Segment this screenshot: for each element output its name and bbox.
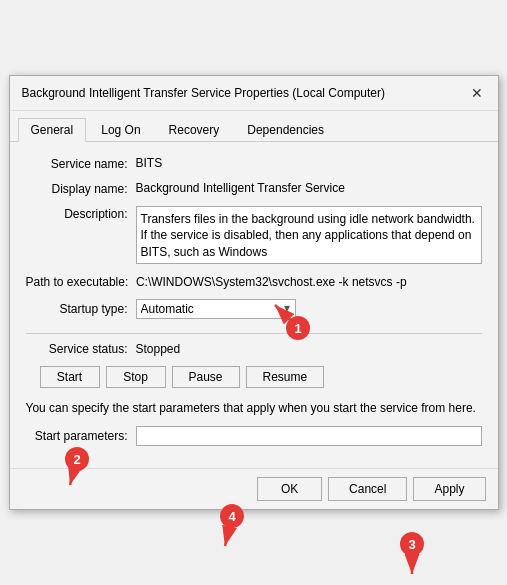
annotation-1-circle [286, 316, 310, 340]
annotation-4-arrow: 4 [220, 504, 275, 564]
tab-dependencies[interactable]: Dependencies [234, 118, 337, 142]
description-label: Description: [26, 206, 136, 221]
svg-line-10 [225, 516, 232, 546]
apply-button[interactable]: Apply [413, 477, 485, 501]
tab-recovery[interactable]: Recovery [156, 118, 233, 142]
stop-button[interactable]: Stop [106, 366, 166, 388]
path-row: Path to executable: C:\WINDOWS\System32\… [26, 274, 482, 289]
dialog-window: Background Intelligent Transfer Service … [9, 75, 499, 511]
service-name-row: Service name: BITS [26, 156, 482, 171]
cancel-button[interactable]: Cancel [328, 477, 407, 501]
start-button[interactable]: Start [40, 366, 100, 388]
annotation-3-circle [400, 532, 424, 556]
startup-label: Startup type: [26, 302, 136, 316]
tab-general[interactable]: General [18, 118, 87, 142]
footer: OK Cancel Apply [10, 468, 498, 509]
window-title: Background Intelligent Transfer Service … [22, 86, 386, 100]
svg-text:4: 4 [228, 509, 236, 524]
status-row: Service status: Stopped [26, 342, 482, 356]
tab-strip: General Log On Recovery Dependencies [10, 111, 498, 142]
path-value: C:\WINDOWS\System32\svchost.exe -k netsv… [136, 275, 407, 289]
description-value: Transfers files in the background using … [136, 206, 482, 264]
service-buttons-row: Start Stop Pause Resume [40, 366, 482, 388]
ok-button[interactable]: OK [257, 477, 322, 501]
display-name-value: Background Intelligent Transfer Service [136, 181, 482, 195]
divider [26, 333, 482, 334]
status-label: Service status: [26, 342, 136, 356]
display-name-label: Display name: [26, 181, 136, 196]
startup-select-wrapper: Automatic Manual Disabled [136, 299, 296, 319]
display-name-row: Display name: Background Intelligent Tra… [26, 181, 482, 196]
params-label: Start parameters: [26, 429, 136, 443]
title-bar: Background Intelligent Transfer Service … [10, 76, 498, 111]
svg-text:3: 3 [408, 537, 415, 552]
params-row: Start parameters: [26, 426, 482, 446]
tab-logon[interactable]: Log On [88, 118, 153, 142]
annotation-2-circle [65, 447, 89, 471]
description-row: Description: Transfers files in the back… [26, 206, 482, 264]
svg-text:2: 2 [73, 452, 80, 467]
status-value: Stopped [136, 342, 181, 356]
service-name-value: BITS [136, 156, 482, 170]
close-button[interactable]: ✕ [468, 84, 486, 102]
annotation-3-arrow: 3 [400, 532, 455, 585]
startup-row: Startup type: Automatic Manual Disabled [26, 299, 482, 319]
path-label: Path to executable: [26, 275, 129, 289]
pause-button[interactable]: Pause [172, 366, 240, 388]
info-text: You can specify the start parameters tha… [26, 400, 482, 417]
service-name-label: Service name: [26, 156, 136, 171]
tab-content: Service name: BITS Display name: Backgro… [10, 142, 498, 469]
startup-type-select[interactable]: Automatic Manual Disabled [136, 299, 296, 319]
resume-button[interactable]: Resume [246, 366, 325, 388]
params-input[interactable] [136, 426, 482, 446]
